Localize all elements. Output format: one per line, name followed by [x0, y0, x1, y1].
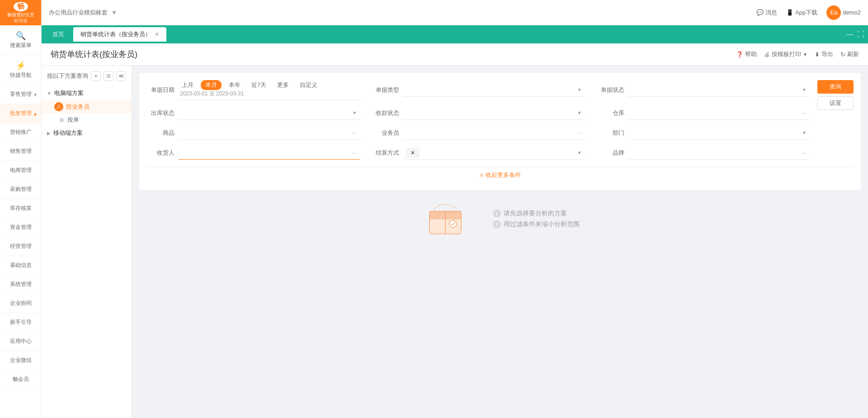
setting-btn[interactable]: 设置 — [817, 96, 854, 110]
print-dropdown-icon[interactable]: ▼ — [803, 52, 807, 57]
doc-type-select[interactable]: ▼ — [403, 83, 585, 97]
sidebar-item-enterprise[interactable]: 企业协同 — [0, 294, 41, 313]
edit-scheme-btn[interactable]: ⊙ — [104, 71, 113, 81]
sidebar-item-member[interactable]: 畅会员 — [0, 370, 41, 389]
sidebar-item-wechat[interactable]: 企业微信 — [0, 351, 41, 370]
app-download-btn[interactable]: 📱 App下载 — [786, 9, 817, 17]
salesperson-dots[interactable]: ··· — [577, 129, 582, 136]
settlement-cell: 结算方式 ✕ ▼ — [371, 146, 585, 160]
sidebar-item-guide[interactable]: 新手引导 — [0, 313, 41, 332]
sidebar-item-appstore[interactable]: 应用中心 — [0, 332, 41, 351]
recipient-dots[interactable]: ··· — [352, 149, 357, 156]
out-status-select[interactable]: ▼ — [178, 106, 360, 120]
tree-item-desktop[interactable]: ▼ 电脑端方案 — [42, 86, 132, 100]
doc-type-cell: 单据类型 ▼ — [371, 83, 585, 97]
recipient-input[interactable]: ··· — [178, 146, 360, 160]
page-title: 销货单统计表(按业务员) — [51, 49, 137, 60]
print-btn[interactable]: 🖨 按模板打印 ▼ — [764, 50, 807, 58]
product-dots[interactable]: ··· — [352, 129, 357, 136]
content-area: 按以下方案查询 + ⊙ ≪ ▼ 电脑端方案 人 按业务员 — [42, 66, 868, 418]
brand-cell: 品牌 ··· — [596, 146, 810, 160]
department-label: 部门 — [596, 129, 628, 137]
warehouse-cell: 仓库 ··· — [596, 106, 810, 120]
department-arrow: ▼ — [802, 130, 807, 135]
doc-status-select[interactable]: ▼ — [628, 83, 810, 97]
warehouse-input[interactable]: ··· — [628, 106, 810, 120]
brand-dots[interactable]: ··· — [802, 149, 807, 156]
collapse-conditions-btn[interactable]: ∧ 收起更多条件 — [146, 167, 854, 183]
left-panel: 按以下方案查询 + ⊙ ≪ ▼ 电脑端方案 人 按业务员 — [42, 66, 132, 418]
left-panel-icons: + ⊙ ≪ — [91, 71, 126, 81]
download-icon: 📱 — [786, 9, 793, 16]
export-btn[interactable]: ⬇ 导出 — [815, 50, 833, 58]
sidebar-item-wholesale[interactable]: 批发管理 ▲ — [0, 104, 41, 123]
app-logo: 畅 畅捷通好生意 标筒版 — [0, 0, 41, 25]
department-cell: 部门 ▼ — [596, 126, 810, 140]
receipt-status-select[interactable]: ▼ — [403, 106, 585, 120]
salesperson-input[interactable]: ··· — [403, 126, 585, 140]
tree-label-mobile: 移动端方案 — [53, 129, 83, 137]
sidebar-item-system[interactable]: 系统管理 — [0, 275, 41, 294]
product-input[interactable]: ··· — [178, 126, 360, 140]
user-avatar-btn[interactable]: Ea demo2 — [826, 5, 861, 20]
settlement-tag: ✕ — [406, 148, 419, 157]
message-btn[interactable]: 💬 消息 — [756, 9, 777, 17]
warehouse-label: 仓库 — [596, 109, 628, 117]
out-status-arrow: ▼ — [352, 110, 357, 115]
date-btn-last-month[interactable]: 上月 — [178, 80, 197, 90]
sidebar-item-quick-nav[interactable]: ⚡ 快捷导航 — [0, 55, 41, 85]
tab-maximize-btn[interactable]: ⛶ — [857, 30, 864, 38]
recipient-cell: 收货人 ··· — [146, 146, 360, 160]
date-btn-7days[interactable]: 近7天 — [248, 80, 270, 90]
sidebar-item-business[interactable]: 经营管理 — [0, 237, 41, 256]
settlement-select[interactable]: ✕ ▼ — [403, 146, 585, 160]
warehouse-dots[interactable]: ··· — [802, 109, 807, 116]
sidebar-item-purchase[interactable]: 采购管理 — [0, 180, 41, 199]
query-btn[interactable]: 查询 — [817, 80, 854, 94]
tab-close-btn[interactable]: ✕ — [155, 31, 159, 38]
expand-mobile-icon: ▶ — [47, 131, 51, 136]
sidebar-item-basic[interactable]: 基础信息 — [0, 256, 41, 275]
avatar: Ea — [826, 5, 841, 20]
sidebar-item-retail[interactable]: 零售管理 ▼ — [0, 85, 41, 104]
product-cell: 商品 ··· — [146, 126, 360, 140]
tree-sub-child-by-order[interactable]: ⊞ 按单 — [42, 114, 132, 126]
dropdown-icon[interactable]: ▼ — [111, 9, 117, 16]
department-select[interactable]: ▼ — [628, 126, 810, 140]
help-btn[interactable]: ❓ 帮助 — [736, 50, 757, 58]
out-status-cell: 出库状态 ▼ — [146, 106, 360, 120]
hint2: 用过滤条件来缩小分析范围 — [504, 220, 580, 228]
settlement-tag-close[interactable]: ✕ — [410, 150, 415, 156]
date-btn-custom[interactable]: 自定义 — [296, 80, 321, 90]
receipt-status-label: 收款状态 — [371, 109, 403, 117]
date-btn-this-month[interactable]: 本月 — [201, 80, 222, 90]
sidebar-item-marketing[interactable]: 营销推广 — [0, 123, 41, 142]
svg-point-3 — [449, 220, 457, 228]
expand-icon: ▼ — [47, 91, 52, 96]
tab-bar: 首页 销货单统计表（按业务员） ✕ — ⛶ — [42, 25, 868, 43]
tab-home[interactable]: 首页 — [45, 27, 71, 42]
date-btn-this-year[interactable]: 本年 — [225, 80, 244, 90]
right-panel: 单据日期 上月 本月 本年 近7天 更多 自定义 — [132, 66, 868, 418]
date-btn-more[interactable]: 更多 — [274, 80, 292, 90]
tab-report[interactable]: 销货单统计表（按业务员） ✕ — [73, 27, 166, 42]
add-scheme-btn[interactable]: + — [91, 71, 101, 81]
tree-item-mobile[interactable]: ▶ 移动端方案 — [42, 126, 132, 140]
sidebar-item-inventory[interactable]: 库存核算 — [0, 199, 41, 218]
sidebar-item-finance[interactable]: 资金管理 — [0, 218, 41, 237]
tree-child-by-salesperson[interactable]: 人 按业务员 — [42, 100, 132, 114]
brand-input[interactable]: ··· — [628, 146, 810, 160]
sidebar-item-search[interactable]: 🔍 搜索菜单 — [0, 25, 41, 55]
sidebar-item-sales[interactable]: 销售管理 — [0, 142, 41, 161]
home-tab-label: 首页 — [52, 30, 64, 38]
tree-label-desktop: 电脑端方案 — [54, 89, 84, 97]
date-filter-cell: 单据日期 上月 本月 本年 近7天 更多 自定义 — [146, 80, 360, 100]
collapse-panel-btn[interactable]: ≪ — [116, 71, 126, 81]
tab-minimize-btn[interactable]: — — [846, 30, 854, 38]
main-area: 办公用品行业模拟账套 ▼ 💬 消息 📱 App下载 Ea demo2 首页 — [42, 0, 868, 418]
app-version: 标筒版 — [14, 18, 28, 24]
user-name: demo2 — [843, 9, 861, 16]
empty-illustration — [420, 195, 475, 242]
refresh-btn[interactable]: ↻ 刷新 — [840, 50, 859, 58]
sidebar-item-ecommerce[interactable]: 电商管理 — [0, 161, 41, 180]
